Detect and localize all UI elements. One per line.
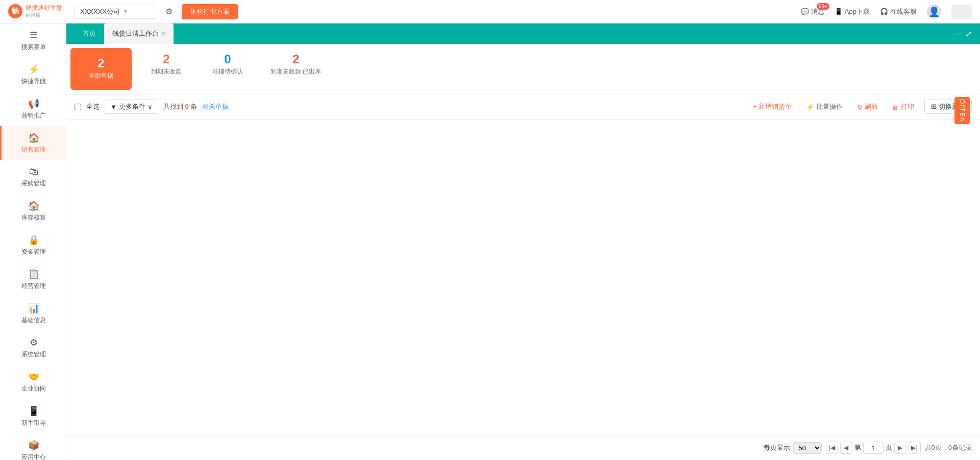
messages-button[interactable]: 💬 消息 99+ [801,7,824,16]
page-unit: 页 [886,443,892,452]
sidebar-label-finance: 资金管理 [21,248,46,256]
sidebar-label-app-center: 应用中心 [21,453,46,460]
sidebar-icon-marketing: 📢 [28,98,39,109]
next-page-button[interactable]: ▶ [894,442,906,454]
sidebar-item-sales[interactable]: 🏠 销售管理 [0,126,66,160]
tab-maximize-btn[interactable]: ⤢ [965,29,972,39]
sidebar-icon-enterprise-coop: 🤝 [28,371,39,382]
page-navigation: |◀ ◀ 第 页 ▶ ▶| [826,442,921,454]
tab-home-label: 首页 [83,29,96,38]
sidebar-item-quick-nav[interactable]: ⚡ 快捷导航 [0,58,66,92]
sidebar-item-beginner[interactable]: 📱 新手引导 [0,399,66,433]
stat-all-number: 2 [83,56,119,70]
app-download-button[interactable]: 📱 App下载 [835,7,870,16]
online-service-button[interactable]: 🎧 在线客服 [880,7,917,16]
tab-actions: — ⤢ [953,29,972,39]
sidebar-item-app-center[interactable]: 📦 应用中心 [0,433,66,460]
often-badge[interactable]: OfTEn [954,97,970,124]
stat-due-unpaid-label: 到期未收款 [148,67,185,76]
print-icon: 🖨 [892,103,899,111]
tab-close-icon[interactable]: × [162,30,165,37]
last-page-button[interactable]: ▶| [909,442,921,454]
add-sales-order-button[interactable]: + 新增销货单 [749,100,796,113]
stat-card-due-unpaid[interactable]: 2 到期未收款 [136,44,197,94]
toolbar-left: 全选 ▼ 更多条件 ∨ 共找到 0 条 相关单据 [75,100,743,114]
top-right-actions: 💬 消息 99+ 📱 App下载 🎧 在线客服 👤 [801,5,972,19]
first-page-button[interactable]: |◀ [826,442,838,454]
chevron-down-icon: ▼ [123,9,128,14]
sidebar-item-finance[interactable]: 🔒 资金管理 [0,228,66,262]
logo-tag: 标准版 [26,12,62,19]
page-label: 第 [854,443,861,452]
tab-workbench[interactable]: 钱货日清工作台 × [104,23,174,44]
toolbar-right: + 新增销货单 ⚡ 批量操作 ↻ 刷新 🖨 打印 ⊞ [749,100,972,114]
logo-icon: 畅 [8,4,22,18]
stat-pending-label: 旺辅待确认 [209,67,246,76]
sidebar-label-purchase: 采购管理 [21,179,46,188]
pagination: 每页显示 50 20 100 |◀ ◀ 第 页 ▶ ▶| 共0页，0条记 [66,435,980,460]
sidebar-item-marketing[interactable]: 📢 营销推广 [0,92,66,126]
total-info: 共0页，0条记录 [925,443,972,452]
top-bar: 畅 畅捷通好生意 标准版 XXXXXX公司 ▼ ⚙ 体验行业方案 💬 消息 99… [0,0,980,23]
sidebar-icon-app-center: 📦 [28,440,39,451]
stat-pending-number: 0 [209,52,246,66]
sidebar-icon-system: ⚙ [30,337,38,348]
main-layout: ☰ 搜索菜单 ⚡ 快捷导航 📢 营销推广 🏠 销售管理 🛍 采购管理 🏠 库存核… [0,23,980,460]
stat-card-due-unshipped[interactable]: 2 到期未收款 已出库 [258,44,333,94]
stat-card-all[interactable]: 2 全部单据 [70,48,132,90]
company-selector[interactable]: XXXXXX公司 ▼ [75,5,156,19]
sidebar-label-system: 系统管理 [21,350,46,359]
stats-cards: 2 全部单据 2 到期未收款 0 旺辅待确认 2 到期未收款 已出库 [66,44,980,94]
sidebar-icon-finance: 🔒 [28,234,39,246]
batch-operation-button[interactable]: ⚡ 批量操作 [802,100,847,113]
sidebar-item-operations[interactable]: 📋 经营管理 [0,262,66,297]
settings-button[interactable]: ⚙ [161,4,177,19]
print-button[interactable]: 🖨 打印 [888,100,918,113]
user-menu[interactable] [951,5,972,19]
sidebar-item-system[interactable]: ⚙ 系统管理 [0,331,66,365]
per-page-label: 每页显示 [764,443,790,452]
sidebar-item-enterprise-coop[interactable]: 🤝 企业协同 [0,365,66,399]
messages-badge: 99+ [817,3,829,10]
filter-chevron-icon: ∨ [148,103,153,111]
logo-area: 畅 畅捷通好生意 标准版 [8,4,75,18]
sidebar-label-inventory: 库存核算 [21,213,46,222]
trial-button[interactable]: 体验行业方案 [182,4,238,19]
sidebar-item-basic-info[interactable]: 📊 基础信息 [0,297,66,331]
logo-text: 畅捷通好生意 [26,4,62,11]
content-wrapper: 首页 钱货日清工作台 × — ⤢ 2 全部单据 2 到期未收款 [66,23,980,460]
sidebar-icon-operations: 📋 [28,269,39,280]
sidebar-item-inventory[interactable]: 🏠 库存核算 [0,194,66,228]
related-records-link[interactable]: 相关单据 [202,102,229,111]
stat-unshipped-number: 2 [271,52,321,66]
sidebar-icon-search-menu: ☰ [30,30,38,41]
content-area: 2 全部单据 2 到期未收款 0 旺辅待确认 2 到期未收款 已出库 [66,44,980,460]
sidebar-label-marketing: 营销推广 [21,111,46,120]
stat-card-pending-confirm[interactable]: 0 旺辅待确认 [197,44,258,94]
filter-button[interactable]: ▼ 更多条件 ∨ [105,100,158,114]
tab-workbench-label: 钱货日清工作台 [112,29,159,38]
prev-page-button[interactable]: ◀ [840,442,852,454]
download-icon: 📱 [835,8,843,15]
sidebar-icon-inventory: 🏠 [28,200,39,211]
refresh-button[interactable]: ↻ 刷新 [853,100,882,113]
tab-minimize-btn[interactable]: — [953,29,961,39]
service-icon: 🎧 [880,8,888,15]
sidebar-label-quick-nav: 快捷导航 [21,77,46,86]
sidebar-icon-sales: 🏠 [28,132,39,143]
table-area [66,119,980,435]
sidebar-item-purchase[interactable]: 🛍 采购管理 [0,160,66,194]
sidebar-icon-purchase: 🛍 [29,166,38,177]
per-page-select[interactable]: 50 20 100 [793,442,822,454]
company-name: XXXXXX公司 [80,7,120,16]
app-download-label: App下载 [845,7,870,16]
sidebar-label-basic-info: 基础信息 [21,316,46,325]
stat-due-unpaid-number: 2 [148,52,185,66]
page-input[interactable] [863,442,884,454]
user-avatar[interactable]: 👤 [927,5,941,19]
tab-home[interactable]: 首页 [75,23,104,44]
batch-icon: ⚡ [806,103,814,111]
sidebar-item-search-menu[interactable]: ☰ 搜索菜单 [0,23,66,58]
select-all-checkbox[interactable] [75,104,81,110]
found-text: 共找到 0 条 [163,102,197,111]
